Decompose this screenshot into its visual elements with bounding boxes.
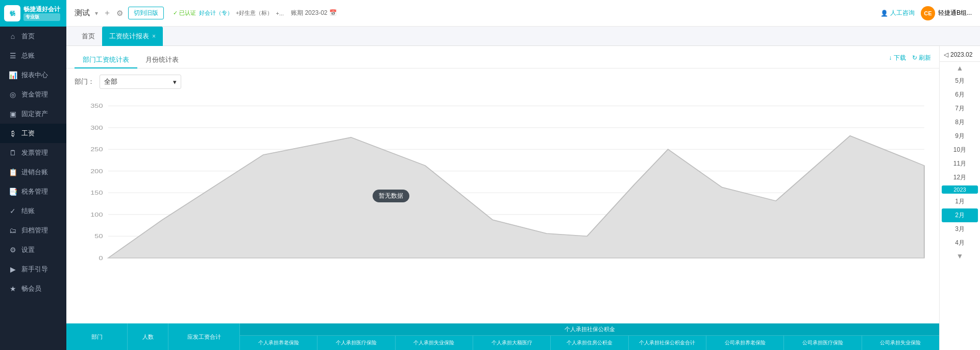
- user-menu[interactable]: CE 轻捷通B组...: [921, 6, 972, 20]
- tab-salary-report[interactable]: 工资统计报表 ×: [102, 27, 163, 46]
- sidebar-item-salary[interactable]: ₿ 工资: [0, 124, 66, 143]
- month-11[interactable]: 11月: [940, 157, 980, 171]
- month-2-active[interactable]: 2月: [942, 208, 978, 222]
- month-8[interactable]: 8月: [940, 115, 980, 129]
- th-count: 人数: [128, 323, 168, 350]
- sidebar-item-guide[interactable]: ▶ 新手引导: [0, 260, 66, 279]
- sidebar-item-settings[interactable]: ⚙ 设置: [0, 240, 66, 260]
- month-10[interactable]: 10月: [940, 143, 980, 157]
- date-display: ◁ 2023.02: [940, 48, 980, 62]
- th-group-cells: 个人承担养老保险 个人承担医疗保险 个人承担失业保险 个人承担大额医疗 个人承担: [240, 336, 939, 350]
- date-nav-down[interactable]: ▼: [940, 250, 980, 262]
- sidebar-item-label: 固定资产: [21, 109, 48, 119]
- month-1[interactable]: 1月: [940, 195, 980, 208]
- sidebar-item-label: 归档管理: [21, 226, 48, 235]
- tab-close-icon[interactable]: ×: [152, 33, 156, 40]
- tabbar: 首页 工资统计报表 ×: [66, 27, 980, 46]
- th-group-label: 个人承担社保公积金: [240, 323, 939, 336]
- accounting-badge: 好会计（专）: [199, 9, 233, 17]
- switch-version-button[interactable]: 切到旧版: [128, 7, 164, 19]
- app-logo: 畅 畅捷通好会计 专业版: [0, 0, 66, 27]
- table-header: 部门 人数 应发工资合计 个人承担社保公积金 个人承担养老保险: [66, 323, 939, 350]
- salary-icon: ₿: [8, 129, 17, 137]
- guide-icon: ▶: [8, 265, 17, 273]
- sidebar-item-membership[interactable]: ★ 畅会员: [0, 279, 66, 298]
- th-personal-medical: 个人承担医疗保险: [317, 336, 395, 350]
- svg-marker-16: [108, 136, 924, 258]
- sidebar-item-funds[interactable]: ◎ 资金管理: [0, 85, 66, 104]
- filter-row: 部门： 全部 ▾: [66, 68, 939, 95]
- reports-icon: 📊: [8, 71, 17, 79]
- tab-home[interactable]: 首页: [75, 27, 102, 46]
- month-6[interactable]: 6月: [940, 88, 980, 102]
- funds-icon: ◎: [8, 90, 17, 99]
- topbar-title: 测试: [75, 8, 90, 18]
- sidebar-item-label: 报表中心: [21, 71, 48, 80]
- sidebar-item-label: 畅会员: [21, 284, 41, 293]
- username-label: 轻捷通B组...: [938, 9, 972, 17]
- date-nav-up[interactable]: ▲: [940, 62, 980, 74]
- sidebar-item-sales[interactable]: 📋 进销台账: [0, 162, 66, 182]
- chart-svg: 350 300 250 200 150 100 50 0: [75, 95, 931, 269]
- topbar-badges: ✓ 已认证 好会计（专） +好生意（标） +...: [173, 9, 284, 17]
- settings-icon: ⚙: [8, 246, 17, 254]
- membership-icon: ★: [8, 285, 17, 293]
- logo-badge: 专业版: [23, 13, 60, 21]
- refresh-button[interactable]: ↻ 刷新: [912, 54, 931, 62]
- month-12[interactable]: 12月: [940, 171, 980, 184]
- topbar-right: 👤 人工咨询 CE 轻捷通B组...: [880, 6, 972, 20]
- dropdown-arrow-icon[interactable]: ▾: [95, 10, 98, 17]
- sidebar-item-label: 结账: [21, 206, 35, 216]
- topbar-settings-icon[interactable]: ⚙: [116, 9, 123, 18]
- business-badge: +好生意（标）: [236, 9, 273, 17]
- sidebar-item-label: 工资: [21, 129, 35, 138]
- sidebar-item-archive[interactable]: 🗂 归档管理: [0, 221, 66, 240]
- th-personal-total: 个人承担社保公积金合计: [629, 336, 706, 350]
- download-button[interactable]: ↓ 下载: [889, 54, 905, 62]
- th-personal-major-medical: 个人承担大额医疗: [473, 336, 551, 350]
- certified-badge: ✓ 已认证: [173, 9, 196, 17]
- right-date-panel: ◁ 2023.02 ▲ 5月 6月 7月 8月 9月 10月 11月 12月 2…: [939, 46, 980, 350]
- svg-text:50: 50: [94, 233, 103, 240]
- tax-icon: 📑: [8, 188, 17, 196]
- month-5[interactable]: 5月: [940, 74, 980, 88]
- logo-text: 畅捷通好会计: [23, 6, 60, 13]
- help-button[interactable]: 👤 人工咨询: [880, 9, 915, 17]
- month-9[interactable]: 9月: [940, 129, 980, 143]
- subtab-monthly[interactable]: 月份统计表: [137, 52, 187, 68]
- more-badge: +...: [276, 10, 284, 16]
- assets-icon: ▣: [8, 110, 17, 118]
- sidebar-item-reports[interactable]: 📊 报表中心: [0, 65, 66, 85]
- sidebar-item-assets[interactable]: ▣ 固定资产: [0, 104, 66, 124]
- sidebar-item-tax[interactable]: 📑 税务管理: [0, 182, 66, 201]
- select-arrow-icon: ▾: [173, 78, 177, 86]
- month-7[interactable]: 7月: [940, 102, 980, 115]
- sidebar-item-label: 首页: [21, 32, 35, 41]
- main-area: 测试 ▾ ＋ ⚙ 切到旧版 ✓ 已认证 好会计（专） +好生意（标） +... …: [66, 0, 980, 350]
- svg-text:300: 300: [90, 124, 103, 131]
- content-main: 部门工资统计表 月份统计表 ↓ 下载 ↻ 刷新 部门： 全部 ▾: [66, 46, 939, 350]
- th-personal-housing-fund: 个人承担住房公积金: [551, 336, 628, 350]
- checkout-icon: ✓: [8, 207, 17, 215]
- th-company-unemployment: 公司承担失业保险: [862, 336, 939, 350]
- logo-icon: 畅: [4, 5, 20, 21]
- period-label: 账期 2023-02 📅: [291, 9, 337, 17]
- sidebar-item-invoice[interactable]: 🗒 发票管理: [0, 143, 66, 162]
- month-3[interactable]: 3月: [940, 222, 980, 236]
- svg-text:150: 150: [90, 190, 103, 196]
- subtab-dept[interactable]: 部门工资统计表: [75, 52, 137, 68]
- filter-label: 部门：: [75, 77, 94, 86]
- th-dept: 部门: [66, 323, 128, 350]
- archive-icon: 🗂: [8, 226, 17, 235]
- svg-text:100: 100: [90, 211, 103, 218]
- dept-select[interactable]: 全部 ▾: [100, 75, 181, 89]
- sidebar-item-label: 进销台账: [21, 168, 48, 177]
- sidebar-item-ledger[interactable]: ☰ 总账: [0, 46, 66, 65]
- svg-text:0: 0: [99, 254, 103, 261]
- sidebar-item-label: 总账: [21, 51, 35, 60]
- sidebar-item-home[interactable]: ⌂ 首页: [0, 27, 66, 46]
- topbar-add-icon[interactable]: ＋: [103, 8, 111, 18]
- sidebar-item-checkout[interactable]: ✓ 结账: [0, 201, 66, 221]
- th-personal-unemployment: 个人承担失业保险: [396, 336, 473, 350]
- month-4[interactable]: 4月: [940, 236, 980, 250]
